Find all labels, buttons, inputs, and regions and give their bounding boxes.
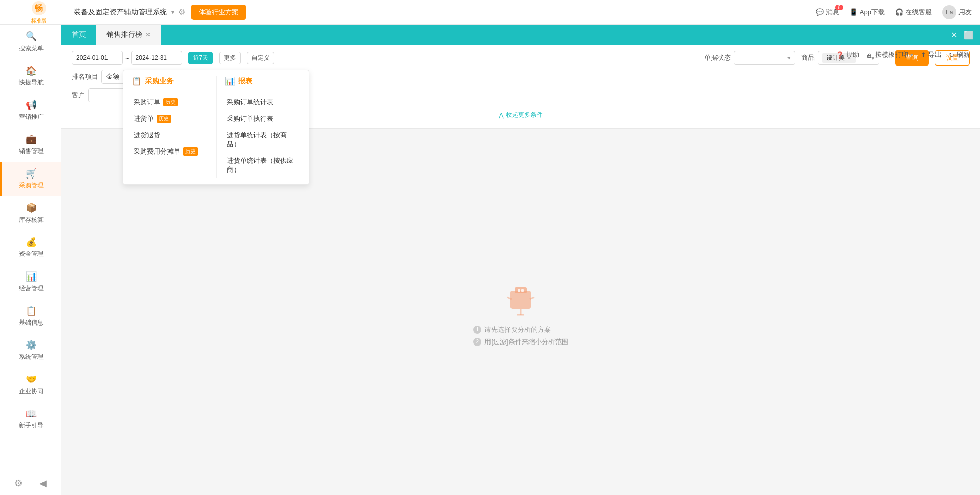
refresh-icon: ↻ [949,51,954,59]
sidebar-item-funds[interactable]: 💰 资金管理 [0,230,61,265]
export-label: 导出 [928,50,942,59]
user-menu-button[interactable]: Ea 用友 [942,5,972,19]
online-service-button[interactable]: 🎧 在线客服 [895,8,932,17]
chart-icon: 📊 [26,271,37,282]
dropdown-item-purchase-return[interactable]: 进货退货 [132,127,208,143]
report-4-label: 进货单统计表（按供应商） [227,156,299,175]
cart-icon: 🛒 [26,168,37,179]
home-icon: 🏠 [26,65,37,76]
messages-button[interactable]: 💬 消息 6 [816,8,839,17]
messages-badge: 6 [835,5,843,10]
logo-area: 畅 标准版 [8,0,70,25]
clipboard-icon: 📋 [26,305,37,316]
sidebar-label-guide: 新手引导 [19,421,44,430]
customer-label: 客户 [72,91,85,100]
period-btn-custom[interactable]: 自定义 [247,52,274,64]
sidebar-item-sales[interactable]: 💼 销售管理 [0,127,61,162]
purchase-inbound-label: 进货单 [134,114,154,123]
user-label: 用友 [958,8,972,17]
sidebar-item-search[interactable]: 🔍 搜索菜单 [0,25,61,59]
book-icon: 📖 [26,408,37,419]
tab-close-icon[interactable]: ✕ [145,31,151,38]
system-settings-icon[interactable]: ⚙ [178,7,185,17]
logo-tagline: 标准版 [31,17,47,25]
help-button[interactable]: ❓ 帮助 [836,50,859,59]
sidebar-label-purchase: 采购管理 [19,181,44,190]
purchase-col-icon: 📋 [132,76,142,86]
dropdown-item-report-3[interactable]: 进货单统计表（按商品） [225,127,301,153]
sidebar-label-quick-nav: 快捷导航 [19,78,44,87]
dropdown-item-purchase-inbound[interactable]: 进货单 历史 [132,111,208,127]
empty-state: 1 请先选择要分析的方案 2 用[过滤]条件来缩小分析范围 [473,278,568,347]
print-chevron: ▾ [910,52,913,58]
sidebar-label-search: 搜索菜单 [19,44,44,53]
ranking-value: 金额 [106,72,119,81]
dropdown-item-purchase-order[interactable]: 采购订单 历史 [132,94,208,111]
purchase-dropdown-menu: 📋 采购业务 采购订单 历史 进货单 历史 进货退货 采购费用分摊单 历史 [123,70,309,185]
empty-illustration [500,278,541,319]
top-header: 畅 标准版 装备及固定资产辅助管理系统 ▾ ⚙ 体验行业方案 💬 消息 6 📱 … [0,0,980,25]
online-service-label: 在线客服 [905,8,932,17]
close-window-icon[interactable]: ✕ [951,30,957,40]
sidebar-label-funds: 资金管理 [19,250,44,259]
maximize-window-icon[interactable]: ⬜ [964,30,974,40]
refresh-button[interactable]: ↻ 刷新 [949,50,970,59]
sidebar-item-guide[interactable]: 📖 新手引导 [0,402,61,436]
sidebar-item-quick-nav[interactable]: 🏠 快捷导航 [0,59,61,93]
dropdown-item-report-2[interactable]: 采购订单执行表 [225,111,301,127]
voucher-status-chevron: ▾ [787,55,791,61]
search-icon: 🔍 [26,31,37,42]
purchase-order-label: 采购订单 [134,98,160,107]
sidebar-label-enterprise: 企业协同 [19,387,44,396]
dropdown-purchase-col: 📋 采购业务 采购订单 历史 进货单 历史 进货退货 采购费用分摊单 历史 [123,76,216,178]
filter-top-row: ~ 近7天 更多 自定义 单据状态 ▾ 商品 [72,50,970,66]
sidebar-item-purchase[interactable]: 🛒 采购管理 [0,162,61,196]
print-button[interactable]: 🖨 按模板打印 ▾ [866,50,913,59]
sidebar-item-enterprise[interactable]: 🤝 企业协同 [0,368,61,402]
bottom-settings-icon[interactable]: ⚙ [14,478,23,489]
dropdown-purchase-title: 📋 采购业务 [132,76,208,89]
collapse-label: 收起更多条件 [506,111,543,119]
trial-button[interactable]: 体验行业方案 [191,5,246,20]
collapse-conditions-btn[interactable]: ⋀ 收起更多条件 [495,106,547,123]
sidebar: 🔍 搜索菜单 🏠 快捷导航 📢 营销推广 💼 销售管理 🛒 采购管理 📦 库存核… [0,25,61,495]
phone-icon: 📱 [849,8,858,16]
export-button[interactable]: ⬆ 导出 [921,50,942,59]
sidebar-label-operations: 经营管理 [19,284,44,293]
box-icon: 📦 [26,202,37,213]
sidebar-item-basic-info[interactable]: 📋 基础信息 [0,299,61,333]
app-download-button[interactable]: 📱 App下载 [849,8,885,17]
sidebar-label-basic-info: 基础信息 [19,318,44,327]
main-layout: 🔍 搜索菜单 🏠 快捷导航 📢 营销推广 💼 销售管理 🛒 采购管理 📦 库存核… [0,25,980,495]
report-col-icon: 📊 [225,76,235,86]
system-title-dropdown-icon[interactable]: ▾ [171,9,174,16]
period-btn-7days[interactable]: 近7天 [188,52,214,64]
period-btn-more[interactable]: 更多 [219,52,241,64]
purchase-expense-hist-tag: 历史 [183,147,198,156]
report-1-label: 采购订单统计表 [227,98,273,107]
tab-home[interactable]: 首页 [61,25,96,45]
dropdown-item-report-4[interactable]: 进货单统计表（按供应商） [225,153,301,178]
tab-right-icons: ✕ ⬜ [951,30,980,40]
tab-bar: 首页 销售排行榜 ✕ ✕ ⬜ [61,25,980,45]
print-label: 按模板打印 [875,50,908,59]
date-start-input[interactable] [72,51,123,65]
gear-icon: ⚙️ [26,339,37,351]
date-end-input[interactable] [131,51,182,65]
megaphone-icon: 📢 [26,99,37,111]
print-icon: 🖨 [866,51,873,59]
empty-hint-1: 请先选择要分析的方案 [484,325,551,334]
voucher-status-group: 单据状态 ▾ [704,51,795,65]
ranking-label: 排名项目 [72,72,98,81]
sidebar-item-marketing[interactable]: 📢 营销推广 [0,93,61,127]
dropdown-item-report-1[interactable]: 采购订单统计表 [225,94,301,111]
collapse-sidebar-icon[interactable]: ◀ [39,478,47,489]
tab-sales-ranking[interactable]: 销售排行榜 ✕ [96,25,161,45]
sidebar-item-system[interactable]: ⚙️ 系统管理 [0,333,61,368]
svg-rect-5 [521,289,524,292]
dropdown-item-purchase-expense[interactable]: 采购费用分摊单 历史 [132,143,208,160]
report-2-label: 采购订单执行表 [227,114,273,123]
right-toolbar: ❓ 帮助 🖨 按模板打印 ▾ ⬆ 导出 ↻ 刷新 [836,50,970,59]
sidebar-item-operations[interactable]: 📊 经营管理 [0,265,61,299]
sidebar-item-stock[interactable]: 📦 库存核算 [0,196,61,230]
